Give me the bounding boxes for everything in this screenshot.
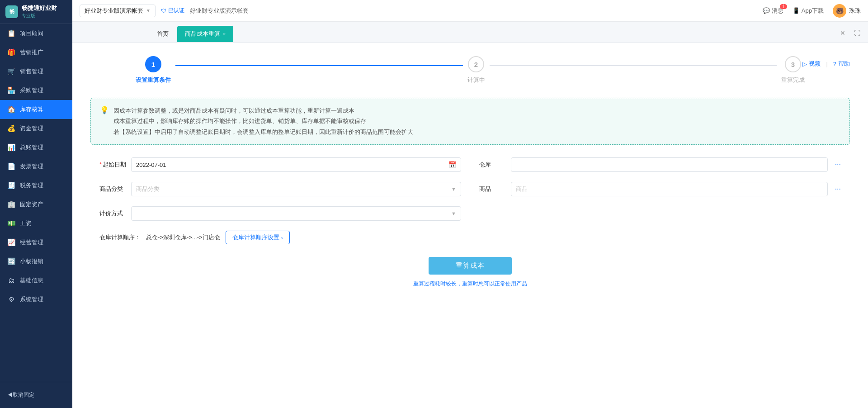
sidebar-item-project[interactable]: 📋 项目顾问 — [0, 24, 72, 43]
chevron-down-pricing-icon: ▼ — [451, 211, 456, 216]
topbar: 好业财专业版演示帐套 ▼ 🛡 已认证 好业财专业版演示帐套 💬 消息 1 📱 A… — [72, 0, 868, 22]
tabbar: 首页 商品成本重算 × ✕ ⛶ — [72, 22, 868, 43]
sidebar-item-basic[interactable]: 🗂 基础信息 — [0, 271, 72, 290]
start-date-label: *起始日期 — [99, 161, 127, 169]
bulb-icon: 💡 — [100, 106, 109, 114]
system-icon: ⚙ — [7, 295, 15, 304]
assets-icon: 🏢 — [7, 200, 15, 209]
app-name: 畅捷通好业财 — [22, 5, 57, 12]
separator: | — [826, 61, 827, 67]
sidebar-item-tax[interactable]: 🧾 税务管理 — [0, 176, 72, 195]
category-field: 商品分类 商品分类 ▼ — [99, 182, 461, 196]
app-download-label: App下载 — [802, 7, 824, 15]
warehouse-input[interactable] — [511, 157, 828, 172]
step-line-1 — [175, 65, 463, 66]
recalc-hint: 重算过程耗时较长，重算时您可以正常使用产品 — [413, 280, 527, 288]
category-select[interactable]: 商品分类 ▼ — [131, 182, 461, 196]
fullscreen-button[interactable]: ⛶ — [852, 28, 863, 38]
warehouse-dots-button[interactable]: ··· — [835, 161, 841, 169]
message-icon: 💬 — [763, 7, 770, 14]
fullscreen-icon: ⛶ — [854, 29, 860, 37]
step-3-label: 重算完成 — [781, 76, 805, 84]
stepper: 1 设置重算条件 2 计算中 3 重算完成 ▷ 视频 — [90, 56, 850, 84]
sidebar-item-sales[interactable]: 🛒 销售管理 — [0, 62, 72, 81]
avatar: 🐻 — [833, 4, 846, 18]
account-display-name: 好业财专业版演示帐套 — [190, 7, 249, 15]
sales-icon: 🛒 — [7, 67, 15, 76]
category-placeholder: 商品分类 — [136, 185, 160, 193]
sidebar-item-operation[interactable]: 📈 经营管理 — [0, 233, 72, 252]
sidebar-item-assets[interactable]: 🏢 固定资产 — [0, 195, 72, 214]
help-button[interactable]: ? 帮助 — [833, 60, 850, 68]
unpin-button[interactable]: ◀取消固定 — [0, 387, 72, 403]
expense-icon: 🔄 — [7, 257, 15, 266]
sidebar-item-accounting[interactable]: 📊 总账管理 — [0, 138, 72, 157]
form-row-1: *起始日期 2022-07-01 📅 仓库 ··· — [99, 157, 841, 172]
chevron-right-icon: › — [281, 234, 283, 241]
stepper-help: ▷ 视频 | ? 帮助 — [802, 60, 850, 68]
sidebar-nav: 📋 项目顾问 🎁 营销推广 🛒 销售管理 🏪 采购管理 🏠 库存核算 💰 资金管… — [0, 24, 72, 382]
close-window-button[interactable]: ✕ — [837, 28, 848, 38]
sidebar: 畅 畅捷通好业财 专业版 📋 项目顾问 🎁 营销推广 🛒 销售管理 🏪 采购管理… — [0, 0, 72, 408]
video-help-button[interactable]: ▷ 视频 — [802, 60, 821, 68]
tab-home-label: 首页 — [157, 30, 169, 38]
tax-icon: 🧾 — [7, 181, 15, 190]
phone-icon: 📱 — [793, 7, 800, 14]
app-download-button[interactable]: 📱 App下载 — [793, 7, 824, 15]
sidebar-item-finance[interactable]: 💰 资金管理 — [0, 119, 72, 138]
app-logo-icon: 畅 — [5, 5, 18, 18]
close-icon: ✕ — [840, 29, 845, 37]
step-1-circle: 1 — [145, 56, 161, 72]
tab-home[interactable]: 首页 — [149, 26, 176, 42]
sidebar-item-salary[interactable]: 💵 工资 — [0, 214, 72, 233]
step-2: 2 计算中 — [467, 56, 485, 84]
tab-close-icon[interactable]: × — [223, 31, 226, 37]
sidebar-item-marketing[interactable]: 🎁 营销推广 — [0, 43, 72, 62]
sidebar-item-expense[interactable]: 🔄 小畅报销 — [0, 252, 72, 271]
step-2-label: 计算中 — [467, 76, 485, 84]
message-button[interactable]: 💬 消息 1 — [763, 7, 783, 15]
form-section: *起始日期 2022-07-01 📅 仓库 ··· — [90, 157, 850, 288]
sidebar-logo: 畅 畅捷通好业财 专业版 — [0, 0, 72, 24]
warehouse-label: 仓库 — [479, 161, 506, 169]
user-menu-button[interactable]: 🐻 珠珠 — [833, 4, 861, 18]
pricing-select[interactable]: ▼ — [131, 206, 461, 221]
warehouse-order-row: 仓库计算顺序： 总仓->深圳仓库->...->门店仓 仓库计算顺序设置 › — [99, 231, 841, 244]
accounting-icon: 📊 — [7, 143, 15, 152]
step-1-label: 设置重算条件 — [136, 76, 171, 84]
account-selector[interactable]: 好业财专业版演示帐套 ▼ — [80, 5, 156, 17]
topbar-right: 💬 消息 1 📱 App下载 🐻 珠珠 — [763, 4, 861, 18]
step-2-circle: 2 — [468, 56, 484, 72]
warehouse-order-label: 仓库计算顺序： — [99, 233, 141, 242]
sidebar-item-purchase[interactable]: 🏪 采购管理 — [0, 81, 72, 100]
question-icon: ? — [833, 61, 836, 67]
sidebar-item-inventory[interactable]: 🏠 库存核算 — [0, 100, 72, 119]
notice-line1: 因成本计算参数调整，或是对商品成本有疑问时，可以通过成本重算功能，重新计算一遍成… — [113, 105, 413, 116]
sidebar-item-invoice[interactable]: 📄 发票管理 — [0, 157, 72, 176]
salary-icon: 💵 — [7, 219, 15, 228]
recalc-button[interactable]: 重算成本 — [429, 257, 512, 275]
main-wrapper: 好业财专业版演示帐套 ▼ 🛡 已认证 好业财专业版演示帐套 💬 消息 1 📱 A… — [72, 0, 868, 408]
step-3: 3 重算完成 — [781, 56, 805, 84]
category-label: 商品分类 — [99, 185, 127, 193]
marketing-icon: 🎁 — [7, 48, 15, 57]
user-name: 珠珠 — [849, 7, 861, 15]
goods-input[interactable]: 商品 — [511, 182, 828, 196]
verified-label: 已认证 — [168, 7, 184, 14]
warehouse-order-setting-button[interactable]: 仓库计算顺序设置 › — [226, 231, 290, 244]
form-row-3: 计价方式 ▼ — [99, 206, 841, 221]
sidebar-bottom: ◀取消固定 — [0, 382, 72, 408]
start-date-input[interactable]: 2022-07-01 📅 — [131, 157, 461, 172]
start-date-field: *起始日期 2022-07-01 📅 — [99, 157, 461, 172]
project-icon: 📋 — [7, 29, 15, 38]
step-1: 1 设置重算条件 — [136, 56, 171, 84]
verified-badge: 🛡 已认证 — [161, 7, 184, 14]
account-selector-text: 好业财专业版演示帐套 — [85, 7, 143, 15]
notice-line3: 若【系统设置】中启用了自动调整记账日期时，会调整入库单的整单记账日期，因此重新计… — [113, 127, 413, 137]
goods-dots-button[interactable]: ··· — [835, 185, 841, 193]
step-line-2 — [490, 65, 777, 66]
sidebar-item-system[interactable]: ⚙ 系统管理 — [0, 290, 72, 309]
pricing-label: 计价方式 — [99, 209, 127, 218]
tab-cost-recalc[interactable]: 商品成本重算 × — [177, 26, 233, 42]
goods-field: 商品 商品 ··· — [479, 182, 841, 196]
